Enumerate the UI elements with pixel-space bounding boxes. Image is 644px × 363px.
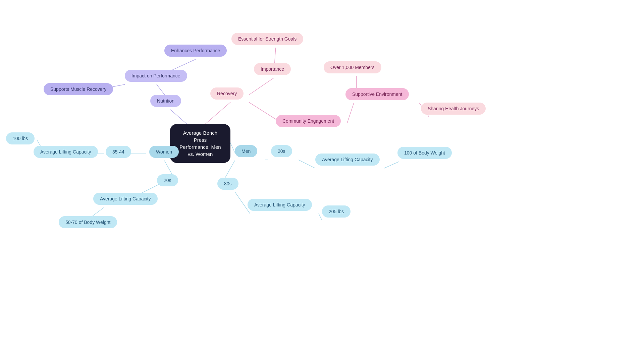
sharing-health-journeys-node: Sharing Health Journeys bbox=[421, 103, 486, 115]
community-engagement-node: Community Engagement bbox=[276, 115, 341, 127]
women-20s-node: 20s bbox=[157, 174, 178, 186]
women-3544-node: 35-44 bbox=[106, 146, 131, 158]
men-node: Men bbox=[235, 145, 257, 157]
essential-for-strength-node: Essential for Strength Goals bbox=[231, 33, 303, 45]
women-avg-lifting-2-node: Average Lifting Capacity bbox=[93, 193, 158, 205]
svg-line-24 bbox=[319, 214, 322, 220]
svg-line-17 bbox=[92, 207, 104, 216]
men-205lbs-node: 205 lbs bbox=[322, 205, 351, 218]
svg-line-15 bbox=[164, 161, 172, 174]
over-1000-members-node: Over 1,000 Members bbox=[324, 61, 381, 73]
men-80s-node: 80s bbox=[217, 178, 238, 190]
enhances-performance-node: Enhances Performance bbox=[164, 45, 227, 57]
svg-line-5 bbox=[249, 78, 274, 95]
women-avg-lifting-1-node: Average Lifting Capacity bbox=[34, 146, 98, 158]
svg-line-20 bbox=[299, 160, 315, 168]
center-node: Average Bench Press Performance: Men vs.… bbox=[170, 124, 230, 163]
women-node: Women bbox=[149, 146, 179, 158]
recovery-node: Recovery bbox=[210, 87, 244, 100]
svg-line-21 bbox=[384, 162, 399, 168]
nutrition-node: Nutrition bbox=[150, 95, 181, 107]
impact-on-performance-node: Impact on Performance bbox=[125, 70, 187, 82]
women-100lbs-node: 100 lbs bbox=[6, 132, 35, 144]
supports-muscle-recovery-node: Supports Muscle Recovery bbox=[44, 83, 113, 95]
men-100bw-node: 100 of Body Weight bbox=[397, 147, 452, 159]
men-avg-lifting-1-node: Average Lifting Capacity bbox=[315, 154, 380, 166]
importance-node: Importance bbox=[254, 63, 291, 75]
svg-line-8 bbox=[347, 103, 354, 123]
supportive-environment-node: Supportive Environment bbox=[345, 88, 409, 100]
women-5070-node: 50-70 of Body Weight bbox=[59, 216, 117, 228]
men-avg-lifting-2-node: Average Lifting Capacity bbox=[248, 199, 312, 211]
men-20s-node: 20s bbox=[271, 145, 292, 157]
